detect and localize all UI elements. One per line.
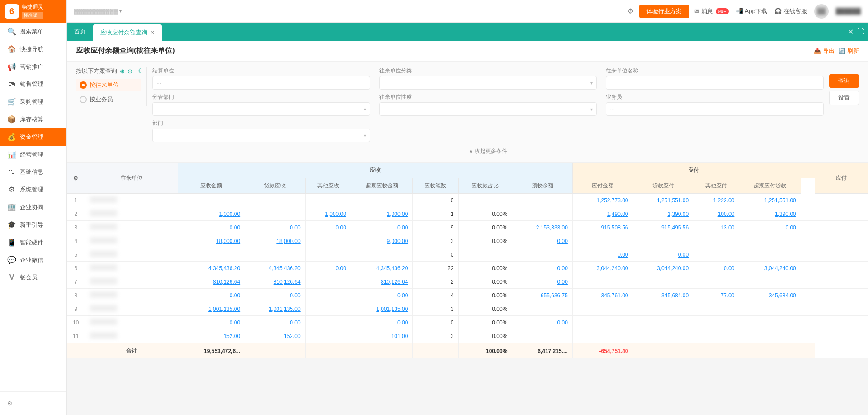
row-ap_amount[interactable]: 0.00 [572,248,633,262]
sidebar-item-inventory[interactable]: 📦 库存核算 [0,110,66,128]
sidebar-item-purchase[interactable]: 🛒 采购管理 [0,93,66,110]
row-ar_ratio: 0.00% [458,221,512,234]
row-ar_overdue: 1,001,135.00 [351,302,412,316]
row-ap_amount[interactable]: 1,252,773.00 [572,194,633,207]
row-ap_amount[interactable]: 345,761.00 [572,289,633,302]
sidebar-item-ops[interactable]: 📊 经营管理 [0,146,66,163]
logo-text: 畅捷通灵 [22,4,43,11]
data-table: ⚙ 往来单位 应收 应付 应付 应收金额 贷款应收 其他应收 超期应收金额 应收… [67,163,868,358]
dept-manager-input[interactable]: ▾ [152,102,370,116]
row-ar_amount[interactable]: 810,126.64 [178,275,245,289]
export-button[interactable]: 📤 导出 [814,47,835,55]
tab-ar-ap[interactable]: 应收应付余额查询 ✕ [93,24,162,41]
promo-button[interactable]: 体验行业方案 [639,5,689,18]
radio-unit-icon [80,81,87,89]
row-ar_ratio [458,194,512,207]
sidebar-logo: 6 畅捷通灵 标准版 [0,0,66,23]
logo-icon: 6 [5,4,19,19]
table-unit-header: 往来单位 [85,163,178,194]
row-ap_amount[interactable] [572,302,633,316]
row-ap_amount[interactable] [572,316,633,329]
unit-category-input[interactable]: ▾ [379,76,597,90]
table-ar-group-header: 应收 [178,163,572,178]
sidebar-item-wechat[interactable]: 💬 企业微信 [0,251,66,269]
row-ar_amount[interactable]: 1,001,135.00 [178,302,245,316]
filter-settings-button[interactable]: 设置 [829,91,859,105]
sidebar-item-sales[interactable]: 🛍 销售管理 [0,76,66,93]
sidebar-item-guide[interactable]: 🎓 新手引导 [0,216,66,234]
unit-name-input[interactable] [606,76,824,90]
row-ar_count: 9 [413,221,458,234]
row-ar_amount[interactable]: 1,000.00 [178,207,245,221]
filter-settings-icon[interactable]: ⊙ [127,68,132,75]
sidebar-item-basic[interactable]: 🗂 基础信息 [0,163,66,181]
row-ar_count: 4 [413,289,458,302]
query-button[interactable]: 查询 [829,74,859,88]
tabbar-expand-icon[interactable]: ⛶ [857,28,864,36]
dept-input[interactable]: ▾ [152,129,370,142]
message-button[interactable]: ✉ 消息 99+ [694,7,729,15]
filter-add-icon[interactable]: ⊕ [120,68,125,75]
page-header: 应收应付余额查询(按往来单位) 📤 导出 🔄 刷新 [67,41,868,62]
row-ar_amount[interactable] [178,194,245,207]
sidebar-item-corp[interactable]: 🏢 企业协同 [0,198,66,216]
sidebar-item-system[interactable]: ⚙ 系统管理 [0,181,66,198]
sidebar-item-search[interactable]: 🔍 搜索菜单 [0,23,66,40]
settlement-unit-input[interactable]: ··· [152,76,370,90]
row-ar_amount[interactable]: 0.00 [178,221,245,234]
field-settlement-unit: 结算单位 ··· [152,67,370,90]
row-ar_amount[interactable]: 0.00 [178,316,245,329]
table-settings-header[interactable]: ⚙ [67,163,85,194]
row-ar_amount[interactable] [178,248,245,262]
tabbar-right: ✕ ⛶ [848,23,868,41]
row-ar_amount[interactable]: 152.00 [178,329,245,343]
app-download-button[interactable]: 📲 App下载 [736,7,767,15]
sidebar-item-member[interactable]: V 畅会员 [0,269,66,286]
sidebar-item-finance[interactable]: 💰 资金管理 [0,128,66,146]
page-actions: 📤 导出 🔄 刷新 [814,47,859,55]
tab-close-icon[interactable]: ✕ [150,29,155,36]
row-ap_credit [633,234,693,248]
row-ar_other [305,275,351,289]
row-ar_count: 0 [413,194,458,207]
row-unit [85,275,178,289]
row-ar_amount[interactable]: 0.00 [178,289,245,302]
sidebar-item-quick-nav[interactable]: 🏠 快捷导航 [0,40,66,58]
breadcrumb-dropdown-icon[interactable]: ▾ [119,9,122,14]
header-settings-icon[interactable]: ⚙ [627,7,634,15]
row-ap_col [801,329,815,343]
row-ap_amount[interactable]: 915,508.56 [572,221,633,234]
row-ap_overdue [739,302,801,316]
row-ap_amount[interactable] [572,234,633,248]
sidebar-settings-button[interactable]: ⚙ [0,396,66,410]
sidebar-item-marketing[interactable]: 📢 营销推广 [0,58,66,76]
footer-ar-amount[interactable]: 19,553,472,6... [178,343,245,358]
row-ap_overdue: 1,251,551.00 [739,194,801,207]
row-ar_other: 0.00 [305,262,351,275]
tabbar-close-icon[interactable]: ✕ [848,28,854,36]
row-ar_amount[interactable]: 18,000.00 [178,234,245,248]
filter-option-by-staff[interactable]: 按业务员 [76,93,141,106]
row-num: 8 [67,289,85,302]
table-row: 91,001,135.001,001,135.001,001,135.0030.… [67,302,868,316]
row-ap_amount[interactable] [572,275,633,289]
th-ar-other: 其他应收 [305,178,351,194]
row-ap_amount[interactable]: 1,490.00 [572,207,633,221]
row-ar_amount[interactable]: 4,345,436.20 [178,262,245,275]
sidebar-item-hardware[interactable]: 📱 智能硬件 [0,234,66,251]
unit-nature-input[interactable]: ▾ [379,102,597,116]
row-ar_count: 3 [413,234,458,248]
row-ap_amount[interactable] [572,329,633,343]
row-ap_other [693,316,739,329]
filter-option-by-unit[interactable]: 按往来单位 [76,79,141,91]
filter-more-button[interactable]: ∧ 收起更多条件 [152,146,824,157]
row-ap_amount[interactable]: 3,044,240.00 [572,262,633,275]
row-ar_other: 0.00 [305,221,351,234]
footer-ar-prepay[interactable]: 6,417,215.... [512,343,573,358]
row-ap_col [801,194,815,207]
online-service-button[interactable]: 🎧 在线客服 [774,7,807,15]
refresh-button[interactable]: 🔄 刷新 [838,47,859,55]
tab-home[interactable]: 首页 [67,23,93,41]
filter-collapse-icon[interactable]: 《 [135,67,141,75]
salesperson-input[interactable]: ··· [606,102,824,116]
